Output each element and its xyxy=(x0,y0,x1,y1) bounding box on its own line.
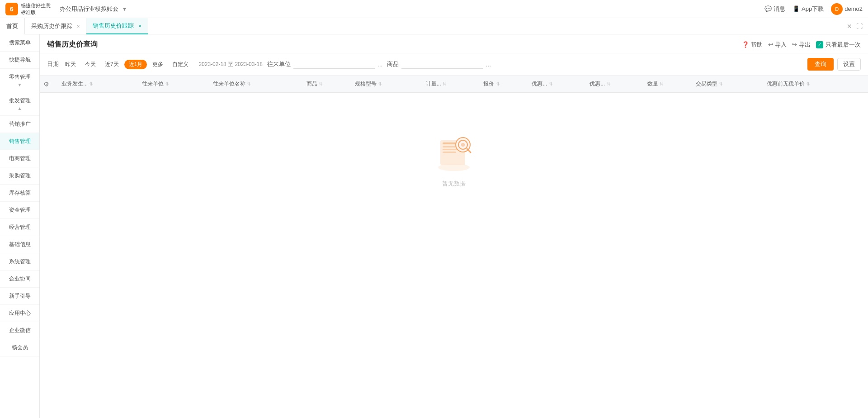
svg-point-9 xyxy=(461,143,465,147)
sidebar-item-quick-nav[interactable]: 快捷导航 xyxy=(0,52,39,69)
date-btn-more[interactable]: 更多 xyxy=(149,59,167,70)
counterparty-label: 往来单位 xyxy=(267,60,291,68)
sidebar: 搜索菜单 快捷导航 零售管理 ▼ 批发管理 ▲ 营销推广 销售管理 电商管理 采… xyxy=(0,34,40,418)
table-col-counterparty-code[interactable]: 往来单位 ⇅ xyxy=(138,76,209,93)
tab-purchase-history-close[interactable]: × xyxy=(77,24,80,29)
table-col-pretax-price-label: 优惠前无税单价 xyxy=(767,81,805,87)
logo-subtitle-1: 畅捷信好生意 xyxy=(21,2,51,9)
sidebar-item-app-center[interactable]: 应用中心 xyxy=(0,305,39,322)
sidebar-retail-arrow: ▼ xyxy=(18,82,22,87)
table-col-trade-type[interactable]: 交易类型 ⇅ xyxy=(692,76,763,93)
goods-dots[interactable]: ... xyxy=(486,61,491,68)
table-col-discount2[interactable]: 优惠... ⇅ xyxy=(586,76,644,93)
table-col-spec[interactable]: 规格型号 ⇅ xyxy=(351,76,422,93)
date-range-text: 2023-02-18 至 2023-03-18 xyxy=(198,61,262,68)
avatar: D xyxy=(831,3,843,15)
date-btn-custom[interactable]: 自定义 xyxy=(169,59,192,70)
sidebar-quick-nav-label: 快捷导航 xyxy=(9,56,31,64)
goods-input[interactable] xyxy=(401,60,483,69)
sidebar-item-member[interactable]: 畅会员 xyxy=(0,339,39,356)
sidebar-item-finance[interactable]: 资金管理 xyxy=(0,202,39,219)
date-range-display: 2023-02-18 至 2023-03-18 xyxy=(197,61,262,68)
topbar-dropdown-icon[interactable]: ▼ xyxy=(122,6,127,12)
app-download-button[interactable]: 📱 App下载 xyxy=(793,5,824,13)
sidebar-item-new-guide[interactable]: 新手引导 xyxy=(0,288,39,305)
table-col-pretax-price[interactable]: 优惠前无税单价 ⇅ xyxy=(763,76,868,93)
page-actions: ❓ 帮助 ↩ 导入 ↪ 导出 ✓ 只看最后一次 xyxy=(742,41,861,49)
help-label: 帮助 xyxy=(751,41,763,49)
import-icon: ↩ xyxy=(768,41,773,48)
tab-sales-history-label: 销售历史价跟踪 xyxy=(93,22,134,30)
sidebar-item-system[interactable]: 系统管理 xyxy=(0,253,39,271)
sidebar-enterprise-wechat-label: 企业微信 xyxy=(9,327,31,334)
import-button[interactable]: ↩ 导入 xyxy=(768,41,787,49)
tab-purchase-history[interactable]: 采购历史价跟踪 × xyxy=(25,18,86,34)
table-col-discount1[interactable]: 优惠... ⇅ xyxy=(528,76,586,93)
table-col-discount1-label: 优惠... xyxy=(532,81,547,87)
sidebar-system-label: 系统管理 xyxy=(9,258,31,266)
only-last-checkbox[interactable]: ✓ 只看最后一次 xyxy=(816,41,861,49)
sort-icon-spec: ⇅ xyxy=(378,81,382,86)
msg-button[interactable]: 💬 消息 xyxy=(764,5,785,13)
logo-text: 畅捷信好生意 标准版 xyxy=(21,2,51,15)
sidebar-item-sales-mgmt[interactable]: 销售管理 xyxy=(0,133,39,150)
sidebar-item-inventory[interactable]: 库存核算 xyxy=(0,185,39,202)
table-col-trade-type-label: 交易类型 xyxy=(696,81,717,87)
table-col-quote[interactable]: 报价 ⇅ xyxy=(480,76,528,93)
table-area: ⚙ 业务发生... ⇅ 往来单位 ⇅ 往来单位名称 ⇅ xyxy=(40,76,868,418)
window-close-icon[interactable]: ✕ xyxy=(846,23,853,29)
sidebar-item-search-menu[interactable]: 搜索菜单 xyxy=(0,34,39,52)
settings-button[interactable]: 设置 xyxy=(837,58,861,71)
sort-icon-unit: ⇅ xyxy=(443,81,446,86)
sort-icon-quote: ⇅ xyxy=(496,81,500,86)
date-btn-yesterday[interactable]: 昨天 xyxy=(61,59,80,70)
export-button[interactable]: ↪ 导出 xyxy=(792,41,811,49)
tab-sales-history-close[interactable]: × xyxy=(138,23,141,28)
table-col-discount2-label: 优惠... xyxy=(590,81,605,87)
tab-home[interactable]: 首页 xyxy=(0,18,25,34)
date-btn-last1month[interactable]: 近1月 xyxy=(124,60,147,69)
sidebar-item-marketing[interactable]: 营销推广 xyxy=(0,116,39,133)
sidebar-new-guide-label: 新手引导 xyxy=(9,292,31,300)
tab-sales-history[interactable]: 销售历史价跟踪 × xyxy=(86,18,148,34)
sidebar-item-operations[interactable]: 经营管理 xyxy=(0,219,39,236)
date-btn-last7[interactable]: 近7天 xyxy=(101,59,123,70)
help-button[interactable]: ❓ 帮助 xyxy=(742,41,763,49)
sidebar-item-basic-info[interactable]: 基础信息 xyxy=(0,236,39,253)
filter-action-buttons: 查询 设置 xyxy=(807,58,861,71)
table-col-unit[interactable]: 计量... ⇅ xyxy=(422,76,480,93)
sort-icon-qty: ⇅ xyxy=(660,81,663,86)
content-area: 销售历史价查询 ❓ 帮助 ↩ 导入 ↪ 导出 ✓ 只看最后一次 xyxy=(40,34,868,418)
sidebar-item-purchase-mgmt[interactable]: 采购管理 xyxy=(0,167,39,185)
date-btn-today[interactable]: 今天 xyxy=(81,59,99,70)
sidebar-item-wholesale-mgmt[interactable]: 批发管理 ▲ xyxy=(0,92,39,116)
sidebar-item-enterprise-coop[interactable]: 企业协同 xyxy=(0,271,39,288)
table-col-biz-date-label: 业务发生... xyxy=(61,81,88,87)
svg-rect-5 xyxy=(443,152,456,153)
sidebar-retail-mgmt-label: 零售管理 xyxy=(9,73,31,81)
table-col-qty[interactable]: 数量 ⇅ xyxy=(644,76,692,93)
export-label: 导出 xyxy=(799,41,811,49)
sidebar-item-retail-mgmt[interactable]: 零售管理 ▼ xyxy=(0,69,39,92)
sidebar-inventory-label: 库存核算 xyxy=(9,189,31,197)
table-col-counterparty-name[interactable]: 往来单位名称 ⇅ xyxy=(209,76,303,93)
date-buttons: 昨天 今天 近7天 近1月 更多 自定义 xyxy=(61,59,192,70)
table-col-settings[interactable]: ⚙ xyxy=(40,76,58,93)
sort-icon-trade-type: ⇅ xyxy=(719,81,722,86)
counterparty-dots[interactable]: ... xyxy=(377,61,383,68)
sort-icon-counterparty-name: ⇅ xyxy=(247,81,250,86)
window-expand-icon[interactable]: ⛶ xyxy=(856,23,863,29)
sidebar-sales-mgmt-label: 销售管理 xyxy=(9,138,31,145)
import-label: 导入 xyxy=(775,41,787,49)
table-col-biz-date[interactable]: 业务发生... ⇅ xyxy=(58,76,138,93)
sidebar-item-ecommerce[interactable]: 电商管理 xyxy=(0,150,39,167)
topbar-left: 6 畅捷信好生意 标准版 办公用品行业模拟账套 ▼ xyxy=(5,2,127,15)
user-button[interactable]: D demo2 xyxy=(831,3,863,15)
table-settings-icon[interactable]: ⚙ xyxy=(43,81,49,88)
sidebar-item-enterprise-wechat[interactable]: 企业微信 xyxy=(0,322,39,339)
window-controls: ✕ ⛶ xyxy=(846,23,868,29)
table-col-goods[interactable]: 商品 ⇅ xyxy=(303,76,351,93)
query-button[interactable]: 查询 xyxy=(807,58,834,71)
sidebar-marketing-label: 营销推广 xyxy=(9,120,31,128)
counterparty-input[interactable] xyxy=(293,60,375,69)
